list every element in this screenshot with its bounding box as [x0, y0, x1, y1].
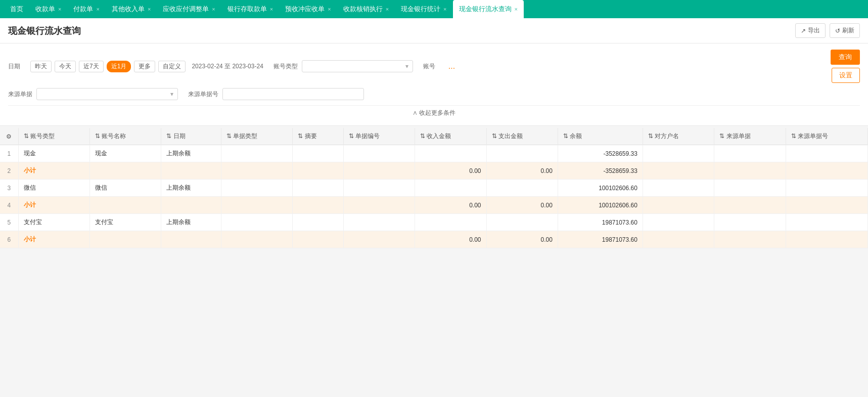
- nav-payment[interactable]: 付款单 ×: [67, 0, 105, 18]
- source-doc-no-input[interactable]: [222, 88, 364, 100]
- cell-doc_type: [221, 197, 292, 214]
- nav-bank-stats[interactable]: 现金银行统计 ×: [395, 0, 452, 18]
- cell-summary: [293, 197, 343, 214]
- setting-button[interactable]: 设置: [832, 68, 860, 83]
- cell-doc_type: [221, 180, 292, 197]
- page-header: 现金银行流水查询 ↗ 导出 ↺ 刷新: [0, 18, 868, 43]
- cell-doc_type: [221, 214, 292, 231]
- account-group: 账号 ...: [423, 62, 458, 71]
- table-row: 4小计0.000.00100102606.60: [0, 197, 868, 214]
- nav-advance[interactable]: 预收冲应收单 ×: [279, 0, 337, 18]
- collapse-bar[interactable]: ∧ 收起更多条件: [8, 105, 860, 119]
- query-button[interactable]: 查询: [831, 50, 860, 65]
- col-source-doc-no: ⇅ 来源单据号: [786, 128, 867, 145]
- cell-doc_type: [221, 145, 292, 162]
- date-custom-btn[interactable]: 自定义: [158, 61, 186, 72]
- nav-receipt[interactable]: 收款单 ×: [29, 0, 67, 18]
- page-title: 现金银行流水查询: [8, 25, 81, 37]
- nav-collection[interactable]: 收款核销执行 ×: [337, 0, 395, 18]
- nav-home[interactable]: 首页: [4, 0, 29, 18]
- cell-income: 0.00: [415, 197, 486, 214]
- close-bank-stats-icon[interactable]: ×: [443, 0, 446, 18]
- date-more-btn[interactable]: 更多: [134, 61, 155, 72]
- cell-counterpart: [643, 162, 714, 180]
- date-options: 昨天 今天 近7天 近1月 更多 自定义: [30, 61, 186, 72]
- cell-counterpart: [643, 145, 714, 162]
- cell-source_doc: [714, 145, 786, 162]
- cell-expense: [486, 145, 558, 162]
- col-balance: ⇅ 余额: [558, 128, 643, 145]
- nav-bank-deposit[interactable]: 银行存取款单 ×: [221, 0, 279, 18]
- cell-counterpart: [643, 231, 714, 248]
- close-adjustment-icon[interactable]: ×: [212, 0, 215, 18]
- cell-income: 0.00: [415, 231, 486, 248]
- date-1month-btn[interactable]: 近1月: [107, 61, 131, 72]
- account-type-chevron-icon: ▾: [405, 63, 408, 70]
- cell-account_type: 小计: [18, 197, 89, 214]
- close-receipt-icon[interactable]: ×: [58, 0, 61, 18]
- cell-date: [161, 162, 221, 180]
- col-doc-type: ⇅ 单据类型: [221, 128, 292, 145]
- cell-balance: -3528659.33: [558, 145, 643, 162]
- cell-summary: [293, 180, 343, 197]
- cell-source_doc: [714, 214, 786, 231]
- cell-index: 4: [0, 197, 18, 214]
- cell-source_doc_no: [786, 231, 867, 248]
- cell-date: 上期余额: [161, 180, 221, 197]
- cell-account_type: 小计: [18, 231, 89, 248]
- data-table: ⚙ ⇅ 账号类型 ⇅ 账号名称 ⇅ 日期 ⇅ 单据类型 ⇅ 摘要 ⇅ 单据编号 …: [0, 128, 868, 248]
- date-today-btn[interactable]: 今天: [55, 61, 76, 72]
- cell-income: [415, 180, 486, 197]
- close-other-income-icon[interactable]: ×: [148, 0, 151, 18]
- close-bank-flow-icon[interactable]: ×: [515, 0, 518, 18]
- cell-index: 6: [0, 231, 18, 248]
- cell-date: 上期余额: [161, 214, 221, 231]
- table-row: 6小计0.000.0019871073.60: [0, 231, 868, 248]
- cell-source_doc: [714, 180, 786, 197]
- cell-summary: [293, 214, 343, 231]
- cell-account_name: [89, 197, 161, 214]
- account-dots-button[interactable]: ...: [445, 62, 458, 71]
- cell-account_name: [89, 231, 161, 248]
- cell-income: [415, 214, 486, 231]
- source-doc-group: 来源单据 ▾: [8, 88, 178, 100]
- nav-other-income[interactable]: 其他收入单 ×: [106, 0, 157, 18]
- source-doc-no-group: 来源单据号: [188, 88, 364, 100]
- cell-account_type: 支付宝: [18, 214, 89, 231]
- top-navigation: 首页 收款单 × 付款单 × 其他收入单 × 应收应付调整单 × 银行存取款单 …: [0, 0, 868, 18]
- cell-summary: [293, 145, 343, 162]
- col-counterpart: ⇅ 对方户名: [643, 128, 714, 145]
- cell-expense: 0.00: [486, 162, 558, 180]
- cell-source_doc_no: [786, 214, 867, 231]
- cell-index: 2: [0, 162, 18, 180]
- filter-area: 日期 昨天 今天 近7天 近1月 更多 自定义 2023-02-24 至 202…: [0, 43, 868, 126]
- col-gear[interactable]: ⚙: [0, 128, 18, 145]
- close-advance-icon[interactable]: ×: [328, 0, 331, 18]
- col-account-type: ⇅ 账号类型: [18, 128, 89, 145]
- nav-bank-flow[interactable]: 现金银行流水查询 ×: [453, 0, 524, 18]
- source-doc-select[interactable]: ▾: [36, 88, 178, 100]
- cell-expense: [486, 214, 558, 231]
- nav-adjustment[interactable]: 应收应付调整单 ×: [157, 0, 221, 18]
- refresh-button[interactable]: ↺ 刷新: [830, 23, 860, 38]
- col-date: ⇅ 日期: [161, 128, 221, 145]
- cell-date: [161, 231, 221, 248]
- close-payment-icon[interactable]: ×: [96, 0, 99, 18]
- date-yesterday-btn[interactable]: 昨天: [30, 61, 52, 72]
- cell-expense: 0.00: [486, 197, 558, 214]
- cell-doc_no: [343, 214, 415, 231]
- export-button[interactable]: ↗ 导出: [795, 23, 826, 38]
- close-collection-icon[interactable]: ×: [386, 0, 389, 18]
- date-label: 日期: [8, 62, 26, 71]
- table-row: 3微信微信上期余额100102606.60: [0, 180, 868, 197]
- gear-icon[interactable]: ⚙: [6, 133, 12, 140]
- account-type-select[interactable]: ▾: [302, 60, 413, 72]
- cell-balance: 100102606.60: [558, 197, 643, 214]
- col-source-doc: ⇅ 来源单据: [714, 128, 786, 145]
- cell-expense: [486, 180, 558, 197]
- account-type-group: 账号类型 ▾: [273, 60, 413, 72]
- close-bank-deposit-icon[interactable]: ×: [270, 0, 273, 18]
- date-7days-btn[interactable]: 近7天: [79, 61, 104, 72]
- cell-index: 3: [0, 180, 18, 197]
- cell-account_name: 支付宝: [89, 214, 161, 231]
